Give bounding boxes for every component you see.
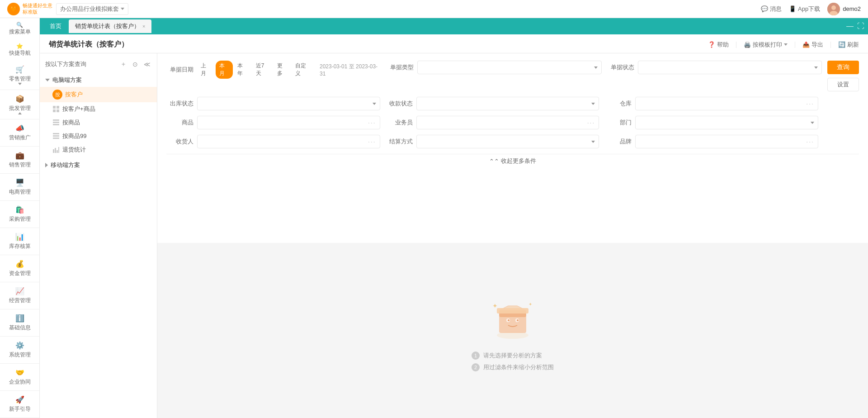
refresh-button[interactable]: 🔄 刷新 (838, 41, 859, 49)
scheme-item-by-product99[interactable]: 按商品99 (40, 129, 157, 143)
department-arrow-icon (811, 122, 814, 124)
svg-point-23 (508, 319, 509, 321)
app-download-button[interactable]: 📱 App下载 (789, 5, 820, 13)
sidebar-item-marketing[interactable]: 📣 营销推广 (0, 119, 39, 147)
empty-hint-1: 1 请先选择要分析的方案 (472, 352, 554, 360)
svg-rect-9 (53, 124, 59, 125)
scheme-item-customer-product[interactable]: 按客户+商品 (40, 102, 157, 116)
svg-rect-7 (53, 119, 59, 121)
payment-status-select[interactable] (416, 97, 599, 110)
warehouse-input[interactable]: ··· (635, 97, 818, 110)
quick-nav-item[interactable]: ⭐ 快捷导航 (0, 39, 39, 61)
scheme-item-by-product[interactable]: 按商品 (40, 116, 157, 129)
sidebar-item-purchase[interactable]: 🛍️ 采购管理 (0, 201, 39, 228)
inventory-icon: 📊 (15, 233, 24, 241)
receiver-input[interactable]: ··· (197, 135, 380, 148)
date-tab-custom[interactable]: 自定义 (292, 61, 314, 79)
operations-icon: 📈 (15, 287, 24, 295)
settlement-select[interactable] (416, 135, 599, 148)
top-bar-right: 💬 消息 📱 App下载 demo2 (761, 3, 861, 15)
sidebar-item-system[interactable]: ⚙️ 系统管理 (0, 337, 39, 364)
tab-close-button[interactable]: × (142, 24, 145, 29)
logo-area: 🧡 畅捷通好生意 标准版 (7, 3, 52, 15)
system-icon: ⚙️ (15, 341, 24, 350)
goods-input[interactable]: ··· (197, 116, 380, 129)
collapse-scheme-icon[interactable]: ≪ (142, 60, 151, 69)
user-area[interactable]: demo2 (827, 3, 861, 15)
brand-input[interactable]: ··· (635, 135, 818, 148)
wholesale-arrow-icon (18, 112, 22, 114)
sidebar-item-wholesale[interactable]: 📦 批发管理 (0, 90, 39, 119)
date-tab-this-year[interactable]: 本年 (234, 61, 251, 79)
top-bar: 🧡 畅捷通好生意 标准版 办公用品行业模拟账套 💬 消息 📱 App下载 (0, 0, 868, 18)
tab-maximize-button[interactable]: ⛶ (857, 22, 864, 30)
print-button[interactable]: 🖨️ 按模板打印 (744, 41, 788, 49)
scheme-group-desktop-title[interactable]: 电脑端方案 (40, 73, 157, 87)
sidebar-item-guide[interactable]: 🚀 新手引导 (0, 391, 39, 418)
svg-text:✦: ✦ (528, 302, 532, 307)
search-menu-item[interactable]: 🔍 搜索菜单 (0, 18, 39, 39)
tab-active[interactable]: 销货单统计表（按客户） × (69, 19, 151, 33)
sidebar-item-retail[interactable]: 🛒 零售管理 (0, 61, 39, 90)
cooperation-icon: 🤝 (15, 368, 24, 377)
add-scheme-icon[interactable]: ＋ (119, 60, 128, 69)
filter-row-2: 出库状态 收款状态 (166, 97, 859, 110)
svg-rect-13 (53, 149, 54, 153)
department-select[interactable] (635, 116, 818, 129)
svg-point-24 (517, 319, 519, 321)
receipt-type-select[interactable] (417, 61, 601, 74)
scheme-group-mobile-title[interactable]: 移动端方案 (40, 158, 157, 172)
sidebar-item-ecommerce[interactable]: 🖥️ 电商管理 (0, 174, 39, 201)
export-button[interactable]: 📤 导出 (802, 41, 823, 49)
export-icon: 📤 (802, 41, 810, 48)
date-tab-more[interactable]: 更多 (274, 61, 291, 79)
receiver-group: 收货人 ··· (166, 135, 380, 148)
mobile-expand-icon (45, 163, 48, 167)
sidebar-item-operations[interactable]: 📈 经营管理 (0, 282, 39, 309)
sidebar-item-sales[interactable]: 💼 销售管理 (0, 147, 39, 174)
date-tab-this-month[interactable]: 本月 (216, 61, 233, 79)
query-btn-group: 查询 设置 (827, 61, 859, 91)
retail-arrow-icon (18, 83, 22, 85)
receipt-status-group: 单据状态 (607, 61, 822, 74)
delivery-status-group: 出库状态 (166, 97, 380, 110)
empty-hints: 1 请先选择要分析的方案 2 用过滤条件来缩小分析范围 (472, 352, 554, 371)
refresh-icon: 🔄 (838, 41, 845, 48)
delivery-status-select[interactable] (197, 97, 380, 110)
warehouse-group: 仓库 ··· (604, 97, 818, 110)
edit-scheme-icon[interactable]: ⊙ (131, 60, 140, 69)
svg-rect-4 (57, 106, 59, 109)
svg-rect-11 (53, 135, 59, 137)
action-divider2 (795, 42, 795, 48)
message-button[interactable]: 💬 消息 (761, 5, 782, 13)
date-tab-7days[interactable]: 近7天 (252, 61, 273, 79)
collapse-filter-button[interactable]: ⌃⌃ 收起更多条件 (166, 154, 859, 168)
date-tabs: 上月 本月 本年 近7天 更多 自定义 (197, 61, 314, 79)
salesperson-input[interactable]: ··· (416, 116, 599, 129)
settings-button[interactable]: 设置 (827, 78, 859, 91)
sidebar-item-cooperation[interactable]: 🤝 企业协同 (0, 364, 39, 391)
wholesale-icon: 📦 (15, 95, 24, 103)
tab-home[interactable]: 首页 (43, 19, 68, 33)
date-tab-last-month[interactable]: 上月 (197, 61, 215, 79)
sidebar-item-finance[interactable]: 💰 资金管理 (0, 255, 39, 282)
print-icon: 🖨️ (744, 41, 751, 48)
tab-minimize-button[interactable]: — (846, 22, 854, 30)
logo-icon: 🧡 (7, 3, 20, 15)
svg-rect-14 (55, 148, 56, 153)
sidebar-item-inventory[interactable]: 📊 库存核算 (0, 228, 39, 255)
logo-text: 畅捷通好生意 标准版 (23, 3, 52, 14)
industry-selector[interactable]: 办公用品行业模拟账套 (56, 3, 128, 15)
delivery-status-arrow-icon (373, 103, 376, 105)
scheme-item-by-customer[interactable]: 按 按客户 (40, 87, 157, 102)
query-button[interactable]: 查询 (827, 61, 859, 74)
empty-hint-2: 2 用过滤条件来缩小分析范围 (472, 363, 554, 371)
scheme-item-return-stats[interactable]: 退货统计 (40, 143, 157, 157)
sidebar-item-basic-info[interactable]: ℹ️ 基础信息 (0, 309, 39, 337)
scheme-group-mobile: 移动端方案 (40, 158, 157, 172)
receipt-status-select[interactable] (638, 61, 822, 74)
help-button[interactable]: ❓ 帮助 (708, 41, 729, 49)
svg-rect-16 (58, 147, 59, 153)
avatar (827, 3, 840, 15)
svg-point-1 (831, 5, 836, 10)
